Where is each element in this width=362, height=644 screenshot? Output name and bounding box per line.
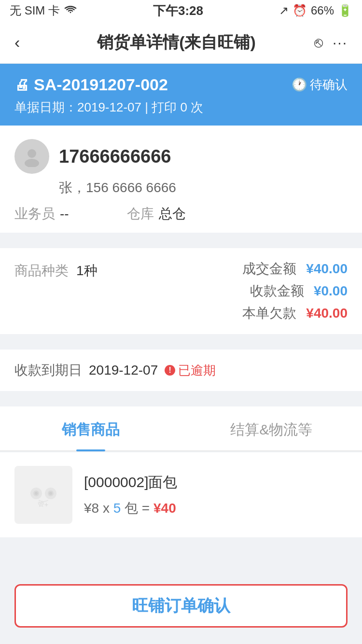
qty: 5	[113, 501, 121, 516]
total-price: ¥40	[153, 501, 176, 516]
overdue-icon: !	[165, 365, 175, 376]
summary-section: 商品种类 1种 成交金额 ¥40.00 收款金额 ¥0.00 本单欠款 ¥40.…	[0, 248, 362, 334]
carrier-text: 无 SIM 卡	[10, 3, 60, 18]
svg-point-0	[28, 149, 36, 158]
salesperson-label: 业务员	[14, 205, 55, 223]
unit-price: ¥8	[84, 501, 99, 516]
tabs-row: 销售商品 结算&物流等	[0, 406, 362, 451]
svg-text:管+: 管+	[38, 501, 48, 507]
tabs-section: 销售商品 结算&物流等	[0, 406, 362, 451]
unit: 包	[125, 501, 138, 516]
avatar	[14, 139, 49, 174]
customer-section: 17666666666 张，156 6666 6666 业务员 -- 仓库 总仓	[0, 126, 362, 233]
tab-settlement[interactable]: 结算&物流等	[181, 406, 362, 450]
category-value: 1种	[76, 262, 97, 280]
product-item: 管+ [0000002]面包 ¥8 x 5 包 = ¥40	[0, 452, 362, 537]
status-right: ↗ ⏰ 66% 🔋	[279, 4, 352, 17]
battery-text: 66%	[311, 4, 334, 17]
product-name: [0000002]面包	[84, 473, 348, 492]
overdue-text: 已逾期	[178, 362, 216, 379]
tab-sales-goods-label: 销售商品	[62, 421, 120, 437]
transaction-label: 成交金额	[242, 260, 296, 278]
due-date-value: 2019-12-07	[89, 363, 158, 378]
order-status: 🕐 待确认	[292, 76, 348, 93]
order-icon: 🖨	[14, 77, 29, 93]
status-left: 无 SIM 卡	[10, 3, 77, 18]
share-icon[interactable]: ⎋	[314, 34, 323, 51]
clock-icon: 🕐	[292, 77, 307, 92]
order-date: 单据日期：2019-12-07 | 打印 0 次	[14, 99, 348, 116]
category-label: 商品种类	[14, 262, 69, 280]
svg-point-6	[35, 492, 38, 495]
divider-2	[0, 342, 362, 350]
transaction-value: ¥40.00	[306, 261, 348, 277]
bottom-area: 旺铺订单确认	[0, 574, 362, 644]
location-icon: ↗	[279, 4, 289, 17]
page-title: 销货单详情(来自旺铺)	[39, 31, 314, 54]
divider-3	[0, 399, 362, 406]
received-label: 收款金额	[250, 282, 304, 300]
due-section: 收款到期日 2019-12-07 ! 已逾期	[0, 350, 362, 391]
product-section: 管+ [0000002]面包 ¥8 x 5 包 = ¥40	[0, 452, 362, 537]
customer-meta: 业务员 -- 仓库 总仓	[14, 205, 348, 223]
product-thumbnail: 管+	[14, 466, 72, 524]
battery-icon: 🔋	[338, 4, 352, 17]
warehouse-value: 总仓	[159, 205, 186, 223]
product-price: ¥8 x 5 包 = ¥40	[84, 499, 348, 518]
order-id-row: 🖨 SA-20191207-002	[14, 75, 168, 94]
nav-bar: ‹ 销货单详情(来自旺铺) ⎋ ···	[0, 21, 362, 64]
multiply-sign: x	[103, 501, 113, 516]
nav-actions: ⎋ ···	[314, 34, 348, 51]
order-header: 🖨 SA-20191207-002 🕐 待确认 单据日期：2019-12-07 …	[0, 64, 362, 126]
wifi-icon	[64, 4, 77, 17]
salesperson-value: --	[60, 206, 69, 222]
tab-settlement-label: 结算&物流等	[230, 421, 312, 437]
more-icon[interactable]: ···	[333, 34, 348, 51]
status-bar: 无 SIM 卡 下午3:28 ↗ ⏰ 66% 🔋	[0, 0, 362, 21]
product-info: [0000002]面包 ¥8 x 5 包 = ¥40	[84, 473, 348, 518]
svg-point-7	[49, 492, 52, 495]
svg-point-1	[25, 159, 39, 167]
received-value: ¥0.00	[314, 283, 348, 299]
tab-sales-goods[interactable]: 销售商品	[0, 406, 181, 450]
alarm-icon: ⏰	[292, 4, 307, 17]
warehouse-label: 仓库	[127, 205, 154, 223]
confirm-button[interactable]: 旺铺订单确认	[14, 584, 348, 628]
status-time: 下午3:28	[153, 2, 203, 19]
order-id-text: SA-20191207-002	[34, 75, 168, 94]
summary-amounts: 成交金额 ¥40.00 收款金额 ¥0.00 本单欠款 ¥40.00	[242, 260, 348, 322]
customer-phone: 17666666666	[59, 146, 171, 167]
overdue-badge: ! 已逾期	[165, 362, 216, 379]
due-label: 本单欠款	[242, 304, 296, 322]
customer-name: 张，156 6666 6666	[59, 179, 348, 197]
back-button[interactable]: ‹	[14, 33, 39, 52]
due-value: ¥40.00	[306, 306, 348, 321]
equals-sign: =	[142, 501, 153, 516]
status-text: 待确认	[310, 76, 348, 93]
due-date-label: 收款到期日	[14, 361, 82, 379]
divider-1	[0, 240, 362, 248]
